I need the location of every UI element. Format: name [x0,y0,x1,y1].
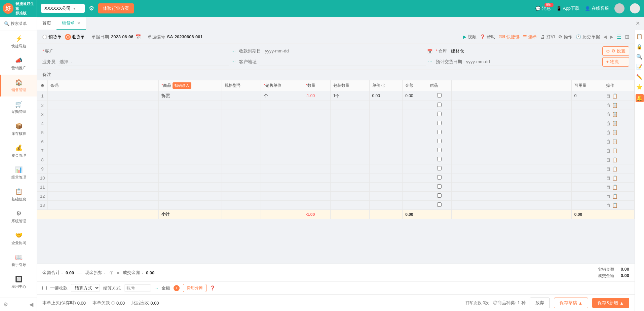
row-gift-6[interactable] [427,137,452,146]
row-price-11[interactable] [369,183,403,192]
one-click-payment-checkbox[interactable] [42,286,47,290]
row-pack-qty-11[interactable] [330,183,369,192]
row-copy-icon-13[interactable]: 📋 [612,202,618,208]
row-spec-7[interactable] [222,146,261,155]
sidebar-item-guide[interactable]: 📖 新手引导 [0,249,37,271]
row-spec-1[interactable] [222,91,261,101]
row-gift-5[interactable] [427,128,452,137]
trial-button[interactable]: 体验行业方案 [98,3,134,13]
message-btn[interactable]: 💬 消息 99+ [535,5,551,11]
row-amount-6[interactable] [403,137,427,146]
row-copy-icon-3[interactable]: 📋 [612,112,618,117]
sidebar-item-sales[interactable]: 🏠 销售管理 [0,75,37,96]
sidebar-item-operations[interactable]: 📊 经营管理 [0,162,37,184]
sidebar-item-purchase[interactable]: 🛒 采购管理 [0,96,37,118]
sidebar-item-apps[interactable]: 🔲 应用中心 [0,271,37,293]
payment-account-more-icon[interactable]: ··· [154,285,158,290]
row-amount-11[interactable] [403,183,427,192]
sidebar-item-system[interactable]: ⚙ 系统管理 [0,206,37,228]
row-pack-qty-12[interactable] [330,192,369,201]
col-settings-header[interactable]: ⚙ [37,80,48,91]
right-panel-icon-7[interactable]: 🔔 [636,94,644,102]
barcode-input-5[interactable] [50,130,156,135]
row-product-13[interactable] [159,201,222,210]
view-list-icon[interactable]: ☰ [617,34,621,40]
warehouse-input[interactable] [449,47,623,55]
row-quantity-8[interactable] [303,155,330,164]
row-delete-icon-6[interactable]: 🗑 [606,139,611,144]
row-gift-4[interactable] [427,119,452,128]
row-amount-5[interactable] [403,128,427,137]
customer-addr-input[interactable] [259,58,426,66]
close-all-tabs-icon[interactable]: ✕ [632,20,644,27]
barcode-input-11[interactable] [50,185,156,190]
row-price-2[interactable] [369,101,403,110]
settings-bottom-icon[interactable]: ⚙ [3,301,8,308]
row-product-9[interactable] [159,164,222,173]
row-quantity-7[interactable] [303,146,330,155]
row-price-8[interactable] [369,155,403,164]
barcode-input-4[interactable] [50,121,156,126]
row-quantity-6[interactable] [303,137,330,146]
collapse-icon[interactable]: ◀ [29,301,33,308]
row-delete-icon-10[interactable]: 🗑 [606,175,611,181]
sidebar-item-marketing[interactable]: 📣 营销推广 [0,53,37,75]
row-quantity-12[interactable] [303,192,330,201]
help-action[interactable]: ❓ 帮助 [480,34,495,40]
barcode-input-9[interactable] [50,166,156,171]
row-barcode-6[interactable] [48,137,159,146]
scan-button[interactable]: 扫码录入 [173,82,191,89]
row-spec-10[interactable] [222,173,261,183]
row-quantity-4[interactable] [303,119,330,128]
row-amount-2[interactable] [403,101,427,110]
row-product-3[interactable] [159,110,222,119]
row-pack-qty-3[interactable] [330,110,369,119]
row-pack-qty-9[interactable] [330,164,369,173]
price-info-icon[interactable]: ⓘ [381,83,385,87]
barcode-input-2[interactable] [50,103,156,108]
sidebar-item-inventory[interactable]: 📦 库存核算 [0,118,37,140]
row-quantity-3[interactable] [303,110,330,119]
search-area[interactable]: 🔍 搜索菜单 [0,17,37,31]
select-action[interactable]: ☰ 选单 [523,34,537,40]
row-pack-qty-5[interactable] [330,128,369,137]
app-download-btn[interactable]: 📱 App下载 [556,5,579,11]
payment-method-select[interactable]: 结算方式 [71,284,100,292]
row-price-4[interactable] [369,119,403,128]
row-price-13[interactable] [369,201,403,210]
row-copy-icon-10[interactable]: 📋 [612,175,618,181]
row-unit-12[interactable] [261,192,303,201]
row-amount-10[interactable] [403,173,427,183]
row-price-5[interactable] [369,128,403,137]
row-barcode-2[interactable] [48,101,159,110]
company-selector[interactable]: XXXXXX公司 ▼ [41,4,85,13]
row-delete-icon-11[interactable]: 🗑 [606,184,611,190]
row-gift-3[interactable] [427,110,452,119]
row-spec-2[interactable] [222,101,261,110]
row-amount-4[interactable] [403,119,427,128]
row-unit-6[interactable] [261,137,303,146]
logistics-button[interactable]: + 物流 [602,57,629,67]
row-barcode-10[interactable] [48,173,159,183]
row-barcode-3[interactable] [48,110,159,119]
row-price-9[interactable] [369,164,403,173]
row-price-6[interactable] [369,137,403,146]
row-delete-icon-1[interactable]: 🗑 [606,93,611,99]
right-panel-icon-2[interactable]: 🔒 [636,44,643,50]
row-price-7[interactable] [369,146,403,155]
row-barcode-13[interactable] [48,201,159,210]
barcode-input-3[interactable] [50,112,156,117]
row-spec-12[interactable] [222,192,261,201]
due-date-calendar-icon[interactable]: 📅 [427,49,432,54]
row-unit-5[interactable] [261,128,303,137]
topbar-settings-icon[interactable]: ⚙ [89,5,94,12]
row-spec-13[interactable] [222,201,261,210]
radio-return[interactable]: 退货单 [66,34,85,40]
barcode-input-1[interactable] [50,93,156,99]
online-service-btn[interactable]: 👤 在线客服 [585,5,609,11]
row-barcode-1[interactable] [48,91,159,101]
row-product-1[interactable]: 拆贡 [159,91,222,101]
row-product-6[interactable] [159,137,222,146]
row-product-7[interactable] [159,146,222,155]
row-amount-12[interactable] [403,192,427,201]
